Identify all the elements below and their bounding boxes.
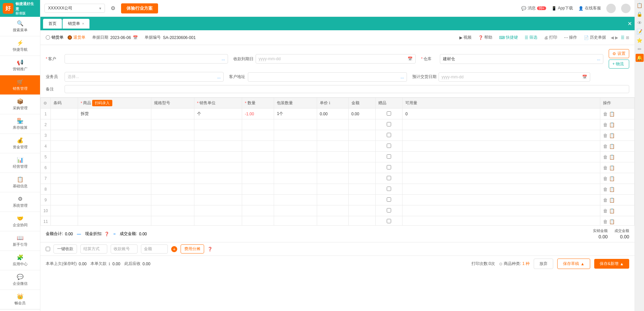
- gift-cell[interactable]: [376, 195, 403, 205]
- product-cell[interactable]: [78, 130, 151, 141]
- sidebar-item-guide[interactable]: 📖 新手引导: [0, 231, 40, 251]
- sidebar-item-marketing[interactable]: 📢 营销推广: [0, 56, 40, 75]
- payment-method-input[interactable]: 结算方式: [80, 244, 107, 254]
- amount-cell[interactable]: [348, 195, 375, 205]
- pack-qty-cell[interactable]: [274, 205, 317, 216]
- amount-cell[interactable]: [348, 173, 375, 184]
- salesperson-picker-icon[interactable]: ...: [217, 75, 221, 79]
- filter-button[interactable]: ☰ 筛选: [523, 34, 539, 41]
- customer-address-input[interactable]: ...: [248, 72, 407, 82]
- quantity-cell[interactable]: [242, 173, 274, 184]
- setting-button[interactable]: ⚙ 设置: [609, 49, 629, 58]
- product-cell[interactable]: [78, 119, 151, 130]
- product-cell[interactable]: [78, 195, 151, 205]
- right-sidebar-item-4[interactable]: 📝: [636, 28, 644, 36]
- sidebar-item-system[interactable]: ⚙ 系统管理: [0, 192, 40, 212]
- expected-date-calendar-icon[interactable]: 📅: [582, 75, 587, 79]
- amount-cell[interactable]: [348, 141, 375, 152]
- sidebar-item-basics[interactable]: 📋 基础信息: [0, 173, 40, 192]
- copy-row-icon[interactable]: 📋: [609, 133, 615, 138]
- delete-row-icon[interactable]: 🗑: [603, 165, 608, 170]
- settings-gear-button[interactable]: ⚙: [108, 4, 118, 13]
- gift-cell[interactable]: [376, 184, 403, 195]
- calendar-icon[interactable]: 📅: [133, 35, 138, 40]
- gift-cell[interactable]: [376, 205, 403, 216]
- barcode-cell[interactable]: [51, 162, 78, 173]
- product-cell[interactable]: [78, 152, 151, 162]
- expected-date-input[interactable]: yyyy-mm-dd 📅: [439, 72, 590, 82]
- close-all-tabs-icon[interactable]: ✕: [628, 21, 632, 27]
- th-settings[interactable]: ⚙: [41, 98, 51, 109]
- delete-row-icon[interactable]: 🗑: [603, 176, 608, 181]
- debit-info-icon[interactable]: ℹ: [109, 262, 110, 266]
- unit-cell[interactable]: [194, 141, 242, 152]
- quantity-cell[interactable]: [242, 216, 274, 226]
- amount-cell[interactable]: [348, 152, 375, 162]
- discard-button[interactable]: 放弃: [534, 259, 553, 269]
- pack-qty-cell[interactable]: [274, 216, 317, 226]
- logistics-button[interactable]: + 物流: [609, 60, 629, 69]
- copy-row-icon[interactable]: 📋: [609, 122, 615, 127]
- col-settings-icon[interactable]: ⚙: [43, 101, 47, 106]
- spec-cell[interactable]: [151, 184, 194, 195]
- unit-cell[interactable]: [194, 205, 242, 216]
- product-cell[interactable]: [78, 184, 151, 195]
- account-input[interactable]: 收款账号: [111, 244, 138, 254]
- product-cell[interactable]: [78, 173, 151, 184]
- sale-order-radio[interactable]: 销货单: [46, 35, 64, 40]
- next-icon[interactable]: ▶: [615, 35, 618, 40]
- product-cell[interactable]: [78, 162, 151, 173]
- amount-cell[interactable]: [348, 119, 375, 130]
- product-cell[interactable]: [78, 141, 151, 152]
- barcode-cell[interactable]: [51, 119, 78, 130]
- sidebar-item-collab[interactable]: 🤝 企业协同: [0, 212, 40, 231]
- unit-price-cell[interactable]: [317, 173, 348, 184]
- unit-price-cell[interactable]: [317, 141, 348, 152]
- product-cell[interactable]: [78, 205, 151, 216]
- shortcut-button[interactable]: ⌨ 快捷键: [497, 34, 520, 41]
- unit-cell[interactable]: 个: [194, 109, 242, 119]
- barcode-cell[interactable]: [51, 141, 78, 152]
- unit-price-cell[interactable]: 0.00: [317, 109, 348, 119]
- spec-cell[interactable]: [151, 173, 194, 184]
- quantity-cell[interactable]: [242, 152, 274, 162]
- help-button[interactable]: ❓ 帮助: [476, 34, 494, 41]
- amount-input[interactable]: 金额: [141, 244, 168, 254]
- unit-price-cell[interactable]: [317, 130, 348, 141]
- history-button[interactable]: 📄 历史单据: [582, 34, 608, 41]
- unit-cell[interactable]: [194, 119, 242, 130]
- spec-cell[interactable]: [151, 130, 194, 141]
- right-sidebar-item-3[interactable]: 👁: [636, 19, 644, 27]
- copy-row-icon[interactable]: 📋: [609, 197, 615, 203]
- gift-cell[interactable]: [376, 173, 403, 184]
- print-button[interactable]: 🖨 打印: [542, 34, 559, 41]
- delete-row-icon[interactable]: 🗑: [603, 154, 608, 160]
- tab-sale-order[interactable]: 销货单 ×: [63, 19, 89, 29]
- unit-cell[interactable]: [194, 130, 242, 141]
- copy-row-icon[interactable]: 📋: [609, 144, 615, 149]
- pack-qty-cell[interactable]: [274, 152, 317, 162]
- notes-input[interactable]: [65, 85, 629, 93]
- tab-close-icon[interactable]: ×: [82, 22, 84, 26]
- address-picker-icon[interactable]: ...: [401, 75, 404, 79]
- list-view-icon[interactable]: ☰: [621, 35, 624, 40]
- spec-cell[interactable]: [151, 162, 194, 173]
- barcode-cell[interactable]: [51, 109, 78, 119]
- one-click-payment-button[interactable]: 一键收款: [53, 244, 77, 254]
- amount-cell[interactable]: [348, 130, 375, 141]
- pack-qty-cell[interactable]: [274, 184, 317, 195]
- warehouse-picker-icon[interactable]: ...: [597, 56, 600, 61]
- sidebar-item-purchase[interactable]: 📦 采购管理: [0, 95, 40, 114]
- barcode-cell[interactable]: [51, 184, 78, 195]
- operations-button[interactable]: ⋯ 操作: [562, 34, 579, 41]
- right-sidebar-item-2[interactable]: 🔒: [636, 10, 644, 18]
- barcode-cell[interactable]: [51, 152, 78, 162]
- delete-row-icon[interactable]: 🗑: [603, 187, 608, 192]
- right-sidebar-item-1[interactable]: 📋: [636, 1, 644, 9]
- sidebar-item-sales[interactable]: 🛒 销售管理: [0, 75, 40, 95]
- app-download-button[interactable]: 📱 App下载: [552, 5, 573, 11]
- pack-qty-cell[interactable]: [274, 119, 317, 130]
- product-cell[interactable]: [78, 216, 151, 226]
- avatar[interactable]: [606, 4, 616, 13]
- pack-qty-cell[interactable]: [274, 162, 317, 173]
